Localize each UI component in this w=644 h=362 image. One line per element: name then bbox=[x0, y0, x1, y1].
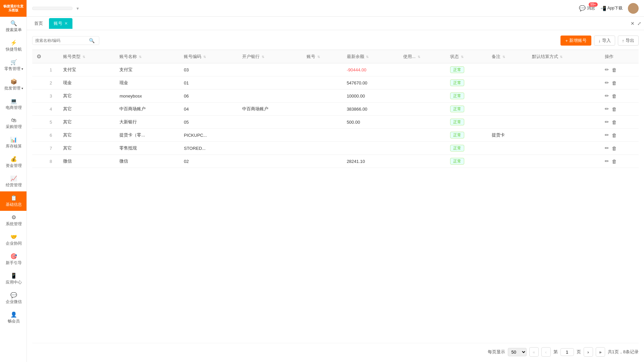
sort-icon[interactable]: ⇅ bbox=[418, 55, 420, 59]
sort-icon[interactable]: ⇅ bbox=[461, 55, 464, 59]
delete-icon[interactable]: 🗑 bbox=[612, 132, 617, 138]
col-code-label: 账号编码 bbox=[184, 54, 201, 59]
row-bank bbox=[238, 116, 303, 129]
row-account bbox=[303, 142, 343, 155]
edit-icon[interactable]: ✏ bbox=[605, 145, 609, 151]
sort-icon[interactable]: ⇅ bbox=[83, 55, 85, 59]
sidebar-item-wholesale[interactable]: 📦 批发管理 ▾ bbox=[0, 75, 26, 95]
sidebar-item-label: 快捷导航 bbox=[6, 47, 22, 52]
sort-icon[interactable]: ⇅ bbox=[560, 55, 562, 59]
content-area: 🔍 + 新增账号 ↓ 导入 ↑ 导出 bbox=[27, 30, 644, 362]
sidebar-item-finance[interactable]: 💰 资金管理 bbox=[0, 153, 26, 172]
sidebar-item-system[interactable]: ⚙ 系统管理 bbox=[0, 211, 26, 230]
app-download-button[interactable]: 📲 App下载 bbox=[600, 5, 623, 11]
finance-icon: 💰 bbox=[2, 156, 25, 162]
col-remark: 备注 ⇅ bbox=[488, 50, 528, 63]
row-name: 大新银行 bbox=[115, 116, 180, 129]
app-logo: 畅捷通好生意 乐图版 bbox=[0, 0, 26, 17]
row-code: 01 bbox=[180, 76, 238, 89]
sort-icon[interactable]: ⇅ bbox=[317, 55, 320, 59]
delete-icon[interactable]: 🗑 bbox=[612, 80, 617, 86]
sidebar-item-guide[interactable]: 🎯 新手引导 bbox=[0, 250, 26, 269]
col-account: 账号 ⇅ bbox=[303, 50, 343, 63]
sidebar-item-label: 企业微信 bbox=[6, 299, 22, 304]
sort-icon[interactable]: ⇅ bbox=[262, 55, 264, 59]
delete-icon[interactable]: 🗑 bbox=[612, 67, 617, 73]
status-badge: 正常 bbox=[450, 158, 464, 165]
sidebar-item-ecommerce[interactable]: 💻 电商管理 bbox=[0, 95, 26, 114]
row-bank bbox=[238, 155, 303, 168]
edit-icon[interactable]: ✏ bbox=[605, 132, 609, 138]
sort-icon[interactable]: ⇅ bbox=[139, 55, 142, 59]
tab-close-button[interactable]: ✕ bbox=[631, 21, 635, 26]
add-account-button[interactable]: + 新增账号 bbox=[560, 36, 591, 46]
sidebar-item-search[interactable]: 🔍 搜索菜单 bbox=[0, 17, 26, 36]
inventory-icon: 📊 bbox=[2, 136, 25, 143]
page-size-label: 每页显示 bbox=[488, 349, 505, 355]
tab-home[interactable]: 首页 bbox=[30, 18, 48, 29]
tab-maximize-button[interactable]: ⤢ bbox=[637, 21, 641, 26]
delete-icon[interactable]: 🗑 bbox=[612, 119, 617, 125]
sidebar-item-retail[interactable]: 🛒 零售管理 ▾ bbox=[0, 56, 26, 75]
user-avatar[interactable] bbox=[628, 3, 639, 14]
search-input[interactable] bbox=[35, 38, 89, 43]
delete-icon[interactable]: 🗑 bbox=[612, 145, 617, 151]
sidebar-item-member[interactable]: 👤 畅会员 bbox=[0, 308, 26, 327]
sidebar-item-collab[interactable]: 🤝 企业协同 bbox=[0, 230, 26, 250]
row-num: 5 bbox=[46, 116, 59, 129]
row-type: 其它 bbox=[59, 129, 115, 142]
sidebar-item-operation[interactable]: 📈 经营管理 bbox=[0, 172, 26, 191]
sidebar-item-purchase[interactable]: 🛍 采购管理 bbox=[0, 114, 26, 133]
import-button[interactable]: ↓ 导入 bbox=[594, 36, 615, 46]
message-button[interactable]: 💬 消息 99+ bbox=[579, 5, 595, 11]
page-number-input[interactable] bbox=[560, 348, 574, 356]
search-icon[interactable]: 🔍 bbox=[89, 38, 95, 43]
page-first-button[interactable]: « bbox=[529, 347, 539, 357]
guide-icon: 🎯 bbox=[2, 253, 25, 259]
row-account bbox=[303, 129, 343, 142]
delete-icon[interactable]: 🗑 bbox=[612, 93, 617, 99]
table-header-row: ⚙ 账号类型 ⇅ 账号名称 ⇅ 账号编码 ⇅ bbox=[32, 50, 639, 63]
message-badge: 99+ bbox=[589, 2, 598, 7]
edit-icon[interactable]: ✏ bbox=[605, 67, 609, 73]
sidebar-item-inventory[interactable]: 📊 库存核算 bbox=[0, 133, 26, 153]
row-remark bbox=[488, 142, 528, 155]
row-name: 提货卡（零... bbox=[115, 129, 180, 142]
member-icon: 👤 bbox=[2, 311, 25, 318]
export-button[interactable]: ↑ 导出 bbox=[618, 36, 639, 46]
sidebar-item-app-center[interactable]: 📱 应用中心 bbox=[0, 269, 26, 289]
edit-icon[interactable]: ✏ bbox=[605, 80, 609, 86]
tab-actions: ✕ ⤢ bbox=[631, 21, 641, 26]
edit-icon[interactable]: ✏ bbox=[605, 106, 609, 112]
page-size-select[interactable]: 50 100 bbox=[508, 348, 527, 356]
row-default-payment bbox=[528, 155, 601, 168]
row-type: 支付宝 bbox=[59, 63, 115, 76]
sidebar-item-wecom[interactable]: 💬 企业微信 bbox=[0, 289, 26, 308]
delete-icon[interactable]: 🗑 bbox=[612, 106, 617, 112]
row-usage bbox=[399, 155, 446, 168]
status-badge: 正常 bbox=[450, 119, 464, 125]
chevron-down-icon: ▾ bbox=[21, 67, 23, 71]
row-account bbox=[303, 116, 343, 129]
edit-icon[interactable]: ✏ bbox=[605, 119, 609, 125]
top-search-box[interactable] bbox=[32, 7, 72, 10]
settings-icon[interactable]: ⚙ bbox=[37, 54, 41, 59]
edit-icon[interactable]: ✏ bbox=[605, 93, 609, 99]
page-last-button[interactable]: » bbox=[596, 347, 605, 357]
page-next-button[interactable]: › bbox=[584, 347, 593, 357]
row-default-payment bbox=[528, 103, 601, 116]
row-code: STORED... bbox=[180, 142, 238, 155]
delete-icon[interactable]: 🗑 bbox=[612, 159, 617, 164]
page-prev-button[interactable]: ‹ bbox=[541, 347, 551, 357]
sidebar-item-basic-info[interactable]: 📋 基础信息 bbox=[0, 191, 26, 211]
col-code: 账号编码 ⇅ bbox=[180, 50, 238, 63]
table-row: 6 其它 提货卡（零... PICKUPC... 正常 提货卡 ✏ 🗑 bbox=[32, 129, 639, 142]
edit-icon[interactable]: ✏ bbox=[605, 158, 609, 164]
sidebar-item-quicknav[interactable]: ⚡ 快捷导航 bbox=[0, 36, 26, 56]
sort-icon[interactable]: ⇅ bbox=[502, 55, 505, 59]
sort-icon[interactable]: ⇅ bbox=[203, 55, 206, 59]
tab-account[interactable]: 账号 ✕ bbox=[49, 18, 72, 29]
sidebar-item-label: 资金管理 bbox=[6, 163, 22, 168]
tab-close-icon[interactable]: ✕ bbox=[64, 21, 68, 26]
sort-icon[interactable]: ⇅ bbox=[366, 55, 369, 59]
